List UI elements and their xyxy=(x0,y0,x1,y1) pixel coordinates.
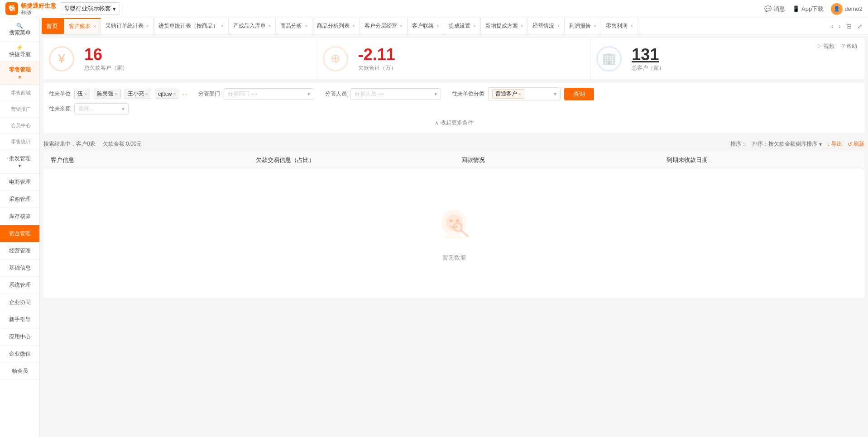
result-amount: 欠款金额 0.00元 xyxy=(103,140,142,148)
tab-close-icon[interactable]: × xyxy=(630,24,633,28)
top-bar-left: 畅 畅捷通好生意 标版 母婴行业演示帐套 ▾ xyxy=(5,2,120,16)
balance-selector[interactable]: 选择... ▾ xyxy=(74,103,129,114)
table-area: 客户信息 欠款交易信息（占比） 回款情况 到期未收款日期 xyxy=(43,152,864,298)
message-icon: 💬 xyxy=(764,5,772,12)
message-btn[interactable]: 💬 消息 xyxy=(764,5,785,13)
sort-selector[interactable]: 排序：按欠款金额倒序排序 ▾ xyxy=(752,140,822,148)
stat-bg-circle-2: ⊕ xyxy=(323,46,348,71)
dept-arrow-icon: ▾ xyxy=(307,91,310,97)
tab-customer-ledger[interactable]: 客户账本 × xyxy=(64,18,101,34)
dept-selector[interactable]: 分管部门 ··· ▾ xyxy=(224,88,314,100)
tab-product-analysis[interactable]: 商品分析 × xyxy=(276,18,312,34)
tab-commission-settings[interactable]: 提成设置 × xyxy=(444,18,481,34)
tab-retail-profit[interactable]: 零售利润 × xyxy=(601,18,638,34)
user-avatar[interactable]: 👤 demo2 xyxy=(831,3,863,15)
sidebar-item-finance[interactable]: 资金管理 xyxy=(0,225,39,242)
sidebar-item-app-center[interactable]: 应用中心 xyxy=(0,328,39,346)
sidebar-item-retail-stats[interactable]: 零售统计 xyxy=(0,134,39,150)
sidebar-item-beginner-guide[interactable]: 新手引导 xyxy=(0,311,39,328)
tab-close-icon[interactable]: × xyxy=(269,24,271,28)
collapse-filter-btn[interactable]: ∧ 收起更多条件 xyxy=(49,117,859,128)
tab-product-analysis-list[interactable]: 商品分析列表 × xyxy=(312,18,360,34)
tab-controls: ‹ › ⊟ ⤢ xyxy=(830,22,866,31)
top-bar-right: 💬 消息 📱 App下载 👤 demo2 xyxy=(764,3,863,15)
sidebar-item-quick-nav[interactable]: ⚡ 快捷导航 xyxy=(0,42,39,62)
tab-profit-report[interactable]: 利润报告 × xyxy=(565,18,601,34)
query-button[interactable]: 查询 xyxy=(564,88,594,100)
sidebar-item-marketing[interactable]: 营销推广 xyxy=(0,101,39,118)
remove-tag-cjttcw[interactable]: × xyxy=(173,91,176,97)
remove-tag-wang[interactable]: × xyxy=(145,91,148,97)
sidebar-item-enterprise-wechat[interactable]: 企业微信 xyxy=(0,346,39,363)
sidebar-item-wholesale-mgmt[interactable]: 批发管理 ▾ xyxy=(0,150,39,174)
stat-card-total-customers: 🏢 131 总客户（家） xyxy=(591,38,864,79)
remove-tag-chen[interactable]: × xyxy=(115,91,117,97)
yuan-icon: ¥ xyxy=(58,52,65,66)
sidebar-item-enterprise-collab[interactable]: 企业协同 xyxy=(0,294,39,311)
sidebar-item-chang-member[interactable]: 畅会员 xyxy=(0,363,39,380)
tab-expand-icon[interactable]: ⊟ xyxy=(844,22,854,31)
person-dots-icon: ··· xyxy=(378,90,384,98)
refresh-btn[interactable]: ↺ 刷新 xyxy=(848,140,864,148)
main-content: 首页 客户账本 × 采购订单统计表 × 进货单统计表（按商品） × 产成品入库单… xyxy=(40,18,868,437)
person-selector[interactable]: 分管人员 ··· ▾ xyxy=(350,88,441,100)
tab-purchase-order-stats[interactable]: 采购订单统计表 × xyxy=(101,18,154,34)
th-repayment: 回款情况 xyxy=(454,152,659,169)
app-download-btn[interactable]: 📱 App下载 xyxy=(792,5,824,13)
sidebar-item-system-mgmt[interactable]: 系统管理 xyxy=(0,277,39,294)
tab-finished-goods[interactable]: 产成品入库单 × xyxy=(229,18,276,34)
sidebar-item-inventory[interactable]: 库存核算 xyxy=(0,208,39,225)
tab-home[interactable]: 首页 xyxy=(42,18,64,34)
logo-icon: 畅 xyxy=(5,2,18,15)
tab-scroll-left[interactable]: ‹ xyxy=(830,22,835,31)
logo-text: 畅捷通好生意 标版 xyxy=(21,2,56,16)
tab-close-icon[interactable]: × xyxy=(473,24,476,28)
sidebar-item-operations[interactable]: 经营管理 xyxy=(0,242,39,260)
more-tags-btn[interactable]: ··· xyxy=(183,91,187,97)
sidebar-item-basic-info[interactable]: 基础信息 xyxy=(0,260,39,277)
sidebar-item-retail-mgmt[interactable]: 零售管理 ▾ xyxy=(0,62,39,85)
filter-tag-chen: 陈民强 × xyxy=(94,89,120,99)
tab-close-icon[interactable]: × xyxy=(305,24,307,28)
tab-close-icon[interactable]: × xyxy=(521,24,523,28)
tab-fullscreen-icon[interactable]: ⤢ xyxy=(855,22,864,31)
stat-value-debtors: 16 xyxy=(84,45,308,64)
stat-label-debt: 欠款合计（万） xyxy=(358,64,582,72)
tab-scroll-right[interactable]: › xyxy=(837,22,843,31)
tab-close-icon[interactable]: × xyxy=(400,24,403,28)
store-selector[interactable]: 母婴行业演示帐套 ▾ xyxy=(60,2,120,15)
tab-add-commission[interactable]: 新增提成方案 × xyxy=(481,18,528,34)
tab-close-icon[interactable]: × xyxy=(352,24,355,28)
balance-filter-label: 往来余额 xyxy=(49,105,71,113)
sidebar-item-search[interactable]: 🔍 搜索菜单 xyxy=(0,18,39,42)
chevron-up-icon: ∧ xyxy=(435,120,439,126)
tab-close-icon[interactable]: × xyxy=(436,24,439,28)
result-bar: 搜索结果中，客户0家 欠款金额 0.00元 排序： 排序：按欠款金额倒序排序 ▾… xyxy=(43,137,864,152)
sidebar-item-purchase[interactable]: 采购管理 xyxy=(0,191,39,208)
stat-bg-circle-3: 🏢 xyxy=(596,46,622,71)
top-bar: 畅 畅捷通好生意 标版 母婴行业演示帐套 ▾ 💬 消息 📱 App下载 👤 de… xyxy=(0,0,868,18)
tab-close-icon[interactable]: × xyxy=(594,24,596,28)
stat-card-debtors: ¥ 16 总欠款客户（家） xyxy=(43,38,317,79)
tab-operations[interactable]: 经营情况 × xyxy=(528,18,565,34)
sidebar-item-member-center[interactable]: 会员中心 xyxy=(0,118,39,134)
unit-class-selector[interactable]: 普通客户 × ▾ xyxy=(488,87,561,100)
empty-text: 暂无数据 xyxy=(442,254,466,262)
chevron-down-icon: ▾ xyxy=(113,5,116,12)
remove-unit-class-tag[interactable]: × xyxy=(518,91,521,97)
table-header: 客户信息 欠款交易信息（占比） 回款情况 到期未收款日期 xyxy=(43,152,864,169)
export-btn[interactable]: ↓ 导出 xyxy=(827,140,842,148)
remove-tag-wu[interactable]: × xyxy=(84,91,87,97)
tab-close-icon[interactable]: × xyxy=(557,24,560,28)
tab-customer-tier[interactable]: 客户分层经营 × xyxy=(360,18,408,34)
tab-close-icon[interactable]: × xyxy=(93,24,96,29)
sidebar-item-retail-mall[interactable]: 零售商城 xyxy=(0,85,39,101)
tab-purchase-stats-product[interactable]: 进货单统计表（按商品） × xyxy=(154,18,229,34)
sidebar-item-ecommerce[interactable]: 电商管理 xyxy=(0,174,39,191)
svg-point-4 xyxy=(456,219,459,222)
tab-close-icon[interactable]: × xyxy=(146,24,149,28)
tab-customer-contact[interactable]: 客户联络 × xyxy=(408,18,444,34)
person-arrow-icon: ▾ xyxy=(434,91,437,97)
page-area: ▷ 视频 ? 帮助 ¥ 16 总欠款客户（家） ⊕ xyxy=(40,34,868,437)
tab-close-icon[interactable]: × xyxy=(221,24,224,28)
